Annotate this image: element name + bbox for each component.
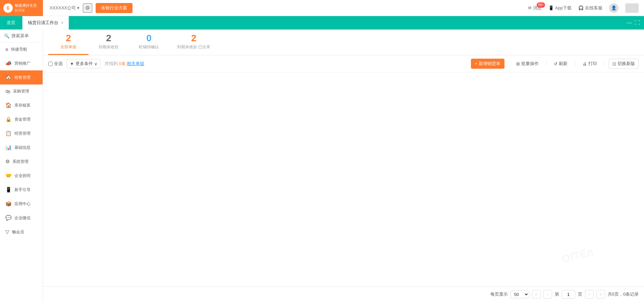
- basic-label: 基础信息: [14, 145, 31, 150]
- header-right: ✉ 消息 99+ 📱 App下载 🎧 在线客服 👤: [528, 3, 639, 13]
- toolbar-left: 全选 ▼ 更多条件 ∨ 共找到 0条 相关单据: [48, 59, 467, 68]
- tab-active[interactable]: 钱货日清工作台 ×: [22, 16, 69, 29]
- last-page-button[interactable]: »: [596, 290, 605, 299]
- operations-label: 经营管理: [14, 131, 31, 136]
- per-page-select[interactable]: 50 10 20 100: [511, 291, 529, 298]
- prev-page-button[interactable]: ‹: [543, 290, 552, 299]
- print-icon: 🖨: [583, 61, 587, 66]
- top-header: 6 畅捷通好生意 标准版 XXXXXX公司 ▾ ⚙ 体验行业方案 ✉ 消息 99…: [0, 0, 644, 16]
- sidebar-item-purchase[interactable]: 🛍 采购管理: [0, 84, 43, 98]
- phone-icon: 📱: [548, 5, 554, 10]
- print-label: 打印: [588, 61, 597, 67]
- switch-version-button[interactable]: ⊡ 切换新版: [609, 59, 639, 69]
- sidebar-item-guide[interactable]: 📱 新手引导: [0, 183, 43, 197]
- operations-icon: 📋: [5, 130, 12, 136]
- stats-tab-pending[interactable]: 0 旺铺待确认: [129, 29, 169, 55]
- toolbar-right: + 新增销货单 ⊞ 批量操作 ↺ 刷新 🖨 打印 ⊡: [471, 59, 639, 69]
- stats-tab-shipped[interactable]: 2 到期未收款 已出库: [169, 29, 218, 55]
- stats-tab-overdue[interactable]: 2 到期未收款: [89, 29, 129, 55]
- tab-home[interactable]: 首页: [0, 16, 22, 29]
- sidebar-item-system[interactable]: ⚙ 系统管理: [0, 155, 43, 169]
- wechat-icon: 💬: [5, 215, 12, 221]
- refresh-button[interactable]: ↺ 刷新: [550, 59, 571, 68]
- add-sales-button[interactable]: + 新增销货单: [471, 59, 504, 69]
- more-filters-button[interactable]: ▼ 更多条件 ∨: [67, 59, 101, 68]
- guide-label: 新手引导: [14, 187, 31, 193]
- logo-text: 畅捷通好生意: [15, 3, 37, 8]
- settings-button[interactable]: ⚙: [83, 3, 92, 13]
- apps-icon: 📦: [5, 201, 12, 207]
- per-page-label: 每页显示: [490, 291, 508, 297]
- sidebar-item-quick-nav[interactable]: ≡ 快捷导航: [0, 43, 43, 56]
- enterprise-label: 企业协同: [14, 173, 31, 179]
- total-info: 共0页，0条记录: [608, 291, 639, 297]
- purchase-label: 采购管理: [13, 88, 29, 94]
- quick-nav-label: 快捷导航: [11, 47, 27, 52]
- trial-button[interactable]: 体验行业方案: [96, 3, 132, 13]
- main-layout: 🔍 搜索菜单 ≡ 快捷导航 📣 营销推广 🏠 销售管理 🛍 采购管理 🏠 库存核…: [0, 29, 644, 302]
- switch-icon: ⊡: [612, 61, 616, 66]
- more-filters-label: 更多条件: [75, 61, 93, 67]
- logo-icon: 6: [3, 3, 13, 13]
- stats-num-pending: 0: [146, 34, 152, 43]
- tab-minimize-icon[interactable]: —: [627, 20, 632, 26]
- select-all-label[interactable]: 全选: [48, 61, 63, 67]
- sidebar-item-enterprise[interactable]: 🤝 企业协同: [0, 169, 43, 183]
- search-label: 搜索菜单: [11, 33, 29, 39]
- quick-nav-icon: ≡: [5, 47, 8, 52]
- sidebar-item-finance[interactable]: 🔒 资金管理: [0, 112, 43, 126]
- sidebar-item-sales[interactable]: 🏠 销售管理: [0, 70, 43, 84]
- toolbar: 全选 ▼ 更多条件 ∨ 共找到 0条 相关单据 + 新增销货单 ⊞ 批: [43, 55, 644, 72]
- divider-4: [604, 61, 605, 66]
- found-link[interactable]: 相关单据: [127, 61, 144, 66]
- sidebar-item-marketing[interactable]: 📣 营销推广: [0, 56, 43, 70]
- sidebar-item-apps[interactable]: 📦 应用中心: [0, 197, 43, 211]
- sidebar-item-operations[interactable]: 📋 经营管理: [0, 126, 43, 140]
- batch-op-button[interactable]: ⊞ 批量操作: [513, 59, 542, 68]
- logo-subtext: 标准版: [15, 8, 37, 13]
- company-selector[interactable]: XXXXXX公司 ▾: [50, 5, 79, 11]
- online-service-item[interactable]: 🎧 在线客服: [578, 5, 602, 11]
- content-body: [43, 72, 644, 286]
- tab-close-icon[interactable]: ×: [61, 20, 63, 25]
- content-area: 2 全部单据 2 到期未收款 0 旺铺待确认 2 到期未收款 已出库 全选: [43, 29, 644, 302]
- page-input[interactable]: [562, 290, 575, 299]
- stats-tab-all[interactable]: 2 全部单据: [48, 29, 89, 55]
- app-download-item[interactable]: 📱 App下载: [548, 5, 572, 11]
- logo-text-area: 畅捷通好生意 标准版: [15, 3, 37, 12]
- service-icon: 🎧: [578, 5, 584, 10]
- tab-active-label: 钱货日清工作台: [28, 20, 58, 26]
- finance-label: 资金管理: [14, 117, 31, 122]
- print-button[interactable]: 🖨 打印: [579, 59, 600, 68]
- next-page-icon: ›: [589, 292, 590, 297]
- user-name-area: [625, 3, 639, 13]
- select-all-checkbox[interactable]: [48, 62, 53, 66]
- sidebar-item-inventory[interactable]: 🏠 库存核算: [0, 98, 43, 112]
- tab-bar: 首页 钱货日清工作台 × — ⛶: [0, 16, 644, 29]
- refresh-label: 刷新: [559, 61, 568, 67]
- first-page-button[interactable]: «: [532, 290, 541, 299]
- found-count: 0条: [119, 61, 126, 66]
- sidebar-item-wechat[interactable]: 💬 企业微信: [0, 211, 43, 225]
- next-page-button[interactable]: ›: [585, 290, 594, 299]
- system-label: 系统管理: [12, 159, 29, 165]
- sidebar-search[interactable]: 🔍 搜索菜单: [0, 29, 43, 43]
- page-label: 第: [555, 291, 559, 297]
- stats-num-all: 2: [66, 34, 71, 43]
- finance-icon: 🔒: [5, 116, 12, 122]
- found-text: 共找到 0条 相关单据: [105, 61, 144, 67]
- footer-pagination: 每页显示 50 10 20 100 « ‹ 第 页 › » 共0页，0条记录: [43, 286, 644, 302]
- filter-chevron-icon: ∨: [94, 61, 98, 66]
- online-service-label: 在线客服: [585, 5, 602, 11]
- sidebar-item-member[interactable]: ▽ 畅会员: [0, 225, 43, 239]
- system-icon: ⚙: [5, 159, 10, 165]
- tab-expand-icon[interactable]: ⛶: [635, 20, 640, 26]
- guide-icon: 📱: [5, 187, 12, 193]
- refresh-icon: ↺: [554, 61, 557, 66]
- app-download-label: App下载: [555, 5, 572, 11]
- message-item[interactable]: ✉ 消息 99+: [528, 5, 542, 11]
- stats-label-pending: 旺铺待确认: [139, 44, 159, 50]
- avatar[interactable]: 👤: [609, 3, 619, 13]
- divider-3: [575, 61, 575, 66]
- sidebar-item-basic[interactable]: 📊 基础信息: [0, 140, 43, 155]
